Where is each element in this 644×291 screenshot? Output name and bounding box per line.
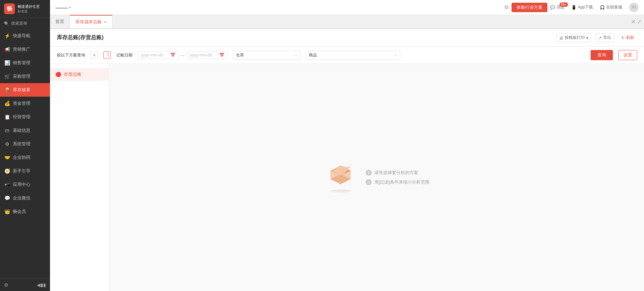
operations-icon: 📋 [4, 114, 10, 120]
breadcrumb: ▬▬▬ ▾ [55, 5, 501, 10]
tip-item-1: 1 请先选择要分析的方案 [366, 170, 429, 176]
avatar[interactable]: Rit [629, 3, 639, 12]
top-header: ▬▬▬ ▾ ⚙ 体验行业方案 💬 消息 99+ 📱 App下载 🎧 在线客服 R… [50, 0, 644, 15]
sidebar-item-label: 应用中心 [13, 181, 30, 188]
tab-inventory-cost[interactable]: 库存成本总账 ✕ [70, 15, 113, 28]
refresh-btn[interactable]: ↻ 刷新 [618, 33, 637, 42]
warehouse-more-icon: ··· [294, 53, 297, 57]
sidebar-item-label: 资金管理 [13, 100, 30, 106]
sidebar-item-label: 销售管理 [13, 60, 30, 66]
content-area: 1 请先选择要分析的方案 2 用[过滤]条件来缩小分析范围 [109, 64, 644, 291]
tip-item-2: 2 用[过滤]条件来缩小分析范围 [366, 179, 429, 185]
guide-icon: 🧭 [4, 168, 10, 174]
header-right: 💬 消息 99+ 📱 App下载 🎧 在线客服 Rit [550, 3, 639, 12]
header-settings-icon[interactable]: ⚙ [504, 4, 509, 10]
online-support-label: 在线客服 [606, 4, 622, 10]
quick-nav-icon: ⚡ [4, 33, 10, 39]
message-icon: 💬 [550, 5, 555, 10]
sidebar-item-member[interactable]: 👑 畅会员 [0, 205, 50, 218]
page-header: 库存总账(存货总账) 🖨 按模板打印 ▾ ↗ 导出 ↻ 刷新 [50, 29, 644, 47]
tab-close-icon[interactable]: ✕ [104, 20, 107, 24]
export-label: 导出 [603, 35, 611, 41]
breadcrumb-text: ▬▬▬ [55, 5, 68, 10]
sidebar-item-label: 基础信息 [13, 127, 30, 134]
sidebar-item-guide[interactable]: 🧭 新手引导 [0, 164, 50, 178]
print-icon: 🖨 [559, 35, 563, 40]
sidebar-item-label: 畅会员 [13, 209, 26, 215]
date-start-placeholder: yyyy-mm-dd [141, 53, 163, 57]
calendar-start-icon: 📅 [170, 53, 175, 57]
base-info-icon: 🗃 [4, 128, 10, 133]
sidebar-item-label: 新手引导 [13, 168, 30, 174]
svg-point-5 [330, 189, 351, 193]
svg-point-6 [348, 167, 350, 168]
app-download-btn[interactable]: 📱 App下载 [571, 4, 593, 10]
product-label: 商品 [309, 52, 317, 58]
settings-btn[interactable]: 设置 [618, 50, 637, 60]
logo-icon: 畅 [4, 3, 15, 14]
warehouse-filter[interactable]: 仓库 ··· [233, 51, 300, 60]
sidebar-item-label: 采购管理 [13, 73, 30, 79]
tab-expand-icon[interactable]: ⤢ [637, 19, 641, 25]
sidebar-item-inventory[interactable]: 📦 库存核算 [0, 83, 50, 97]
date-start-input[interactable]: yyyy-mm-dd 📅 [138, 51, 178, 59]
product-more-icon: ··· [394, 53, 397, 57]
enterprise-icon: 🤝 [4, 155, 10, 160]
print-btn[interactable]: 🖨 按模板打印 ▾ [556, 33, 591, 42]
tip-num-2: 2 [366, 179, 372, 185]
sidebar-item-sales[interactable]: 📊 销售管理 [0, 56, 50, 70]
tip-num-1: 1 [366, 170, 372, 176]
scheme-item-inventory-ledger[interactable]: 🔴 存货总账 [50, 68, 109, 81]
date-end-input[interactable]: yyyy-mm-dd 📅 [187, 51, 227, 59]
online-support-btn[interactable]: 🎧 在线客服 [600, 4, 622, 10]
export-btn[interactable]: ↗ 导出 [595, 33, 614, 42]
funds-icon: 💰 [4, 101, 10, 106]
sidebar-item-operations[interactable]: 📋 经营管理 [0, 110, 50, 124]
speaker-icon[interactable]: ◀▮▮ [37, 282, 46, 288]
print-label: 按模板打印 [565, 35, 585, 41]
sidebar-item-marketing[interactable]: 📢 营销推广 [0, 43, 50, 56]
filter-add-btn[interactable]: ＋ [91, 51, 98, 59]
sidebar-search[interactable]: 🔍 搜索菜单 [0, 18, 50, 29]
tab-close-btn[interactable]: ✕ [631, 19, 636, 25]
logo-name: 畅捷通好生意 [18, 4, 40, 9]
sales-icon: 📊 [4, 60, 10, 66]
sidebar-item-system[interactable]: ⚙ 系统管理 [0, 137, 50, 151]
product-filter[interactable]: 商品 ··· [306, 51, 400, 60]
messages-badge: 99+ [560, 2, 568, 7]
sidebar-item-quick-nav[interactable]: ⚡ 快捷导航 [0, 29, 50, 43]
headset-icon: 🎧 [600, 5, 605, 10]
industry-btn[interactable]: 体验行业方案 [512, 3, 547, 12]
main-content: ▬▬▬ ▾ ⚙ 体验行业方案 💬 消息 99+ 📱 App下载 🎧 在线客服 R… [50, 0, 644, 291]
scheme-panel: 🔴 存货总账 [50, 64, 644, 291]
sidebar-logo: 畅 畅捷通好生意 标准版 [0, 0, 50, 18]
sidebar-item-funds[interactable]: 💰 资金管理 [0, 97, 50, 110]
sidebar-item-wechat[interactable]: 💬 企业微信 [0, 191, 50, 205]
inventory-ledger-icon: 🔴 [55, 72, 61, 77]
settings-footer-icon[interactable]: ⚙ [4, 282, 8, 288]
search-icon: 🔍 [4, 21, 9, 26]
sidebar-item-enterprise[interactable]: 🤝 企业协同 [0, 151, 50, 164]
messages-btn[interactable]: 💬 消息 99+ [550, 4, 565, 10]
sidebar: 畅 畅捷通好生意 标准版 🔍 搜索菜单 ⚡ 快捷导航 📢 营销推广 📊 销售管理… [0, 0, 50, 291]
print-chevron-icon: ▾ [586, 35, 588, 40]
logo-text: 畅捷通好生意 标准版 [18, 4, 40, 13]
sidebar-item-label: 企业微信 [13, 195, 30, 201]
marketing-icon: 📢 [4, 47, 10, 52]
sidebar-item-base-info[interactable]: 🗃 基础信息 [0, 124, 50, 137]
sidebar-item-app-center[interactable]: 📲 应用中心 [0, 178, 50, 191]
filter-collapse-btn[interactable]: 《 [103, 51, 111, 59]
page-actions: 🖨 按模板打印 ▾ ↗ 导出 ↻ 刷新 [556, 33, 637, 42]
empty-state: 1 请先选择要分析的方案 2 用[过滤]条件来缩小分析范围 [324, 161, 429, 194]
scheme-sidebar: 🔴 存货总账 [50, 64, 109, 291]
date-field-label: 记账日期 [116, 52, 132, 58]
sidebar-item-label: 营销推广 [13, 46, 30, 52]
export-icon: ↗ [598, 35, 602, 40]
sidebar-item-purchase[interactable]: 🛒 采购管理 [0, 70, 50, 83]
svg-point-7 [350, 164, 351, 165]
chevron-down-icon: ▾ [69, 5, 71, 9]
logo-sub: 标准版 [18, 9, 40, 14]
query-btn[interactable]: 查询 [591, 50, 613, 60]
date-separator: — [180, 53, 185, 58]
tab-home[interactable]: 首页 [50, 15, 70, 28]
